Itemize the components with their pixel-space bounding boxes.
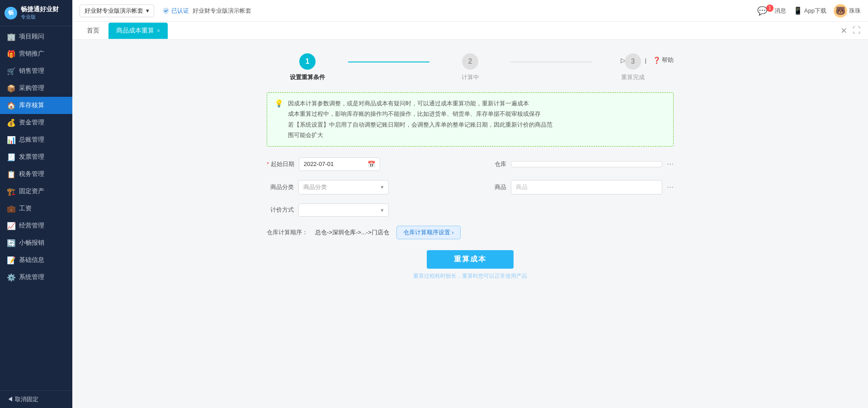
sidebar-header: 畅 畅捷通好业财 专业版 bbox=[0, 0, 72, 26]
sidebar-item-marketing[interactable]: 🎁 营销推广 bbox=[0, 45, 72, 62]
sidebar-item-label: 项目顾问 bbox=[19, 33, 44, 41]
topbar-right: 💬 1 消息 📱 App下载 🐻 珠珠 bbox=[757, 4, 861, 18]
product-input[interactable]: 商品 bbox=[511, 180, 662, 195]
step-2-label: 计算中 bbox=[462, 73, 479, 81]
sidebar-item-label: 发票管理 bbox=[19, 153, 44, 161]
sidebar-item-project[interactable]: 🏢 项目顾问 bbox=[0, 28, 72, 45]
step-line-1 bbox=[348, 62, 429, 62]
info-line-4: 围可能会扩大 bbox=[288, 130, 552, 140]
product-label: 商品 bbox=[479, 183, 506, 191]
close-window-icon[interactable]: ✕ bbox=[840, 26, 847, 36]
tab-close-icon[interactable]: × bbox=[157, 28, 160, 34]
sidebar-item-tax[interactable]: 📋 税务管理 bbox=[0, 166, 72, 183]
info-box: 💡 因成本计算参数调整，或是对商品成本有疑问时，可以通过成本重算功能，重新计算一… bbox=[267, 92, 674, 147]
pricing-select[interactable]: ▾ bbox=[298, 204, 389, 217]
avatar: 🐻 bbox=[834, 4, 847, 18]
tab-home[interactable]: 首页 bbox=[80, 23, 107, 38]
operations-icon: 📈 bbox=[7, 222, 15, 230]
form-row-2: 商品分类 商品分类 ▾ 商品 商品 ··· bbox=[267, 180, 674, 195]
sidebar-item-payroll[interactable]: 💼 工资 bbox=[0, 200, 72, 217]
category-dropdown-icon: ▾ bbox=[381, 184, 384, 190]
help-link[interactable]: ❓ 帮助 bbox=[653, 56, 674, 64]
step-1-label: 设置重算条件 bbox=[290, 73, 325, 81]
step-2: 2 计算中 bbox=[429, 53, 511, 81]
sidebar-item-label: 资金管理 bbox=[19, 119, 44, 127]
basic-icon: 📝 bbox=[7, 256, 15, 264]
product-more-icon[interactable]: ··· bbox=[667, 182, 674, 192]
sidebar-item-invoice[interactable]: 🧾 发票管理 bbox=[0, 148, 72, 166]
form-row-1: 起始日期 2022-07-01 📅 仓库 ··· bbox=[267, 157, 674, 171]
step-line-2 bbox=[511, 62, 592, 62]
form-area: 起始日期 2022-07-01 📅 仓库 ··· 商品分类 bbox=[267, 157, 674, 280]
user-avatar-button[interactable]: 🐻 珠珠 bbox=[834, 4, 861, 18]
product-field: 商品 商品 ··· bbox=[479, 180, 674, 195]
main-area: 好业财专业版演示帐套 ▾ 已认证 好业财专业版演示帐套 💬 1 消息 📱 App… bbox=[72, 0, 868, 408]
message-icon: 💬 bbox=[757, 6, 767, 16]
bulb-icon: 💡 bbox=[274, 99, 283, 141]
submit-hint: 重算过程耗时较长，重算时您可以正常使用产品 bbox=[267, 272, 674, 280]
sidebar-item-label: 经营管理 bbox=[19, 222, 44, 230]
warehouse-input[interactable] bbox=[511, 161, 662, 167]
sidebar-item-label: 小畅报销 bbox=[19, 239, 44, 247]
sidebar-item-assets[interactable]: 🏗️ 固定资产 bbox=[0, 183, 72, 200]
category-field: 商品分类 商品分类 ▾ bbox=[267, 180, 461, 195]
account-selector[interactable]: 好业财专业版演示帐套 ▾ bbox=[80, 5, 154, 17]
sidebar-item-label: 库存核算 bbox=[19, 101, 44, 109]
sidebar-item-label: 工资 bbox=[19, 204, 32, 213]
step-1: 1 设置重算条件 bbox=[267, 53, 348, 81]
pricing-dropdown-icon: ▾ bbox=[381, 207, 384, 213]
expand-window-icon[interactable]: ⛶ bbox=[853, 26, 861, 36]
app-download-button[interactable]: 📱 App下载 bbox=[793, 6, 826, 15]
sidebar-item-accounting[interactable]: 📊 总账管理 bbox=[0, 131, 72, 148]
app-name: 畅捷通好业财 bbox=[21, 5, 59, 14]
step-3-circle: 3 bbox=[625, 53, 641, 70]
sidebar-item-label: 固定资产 bbox=[19, 187, 44, 195]
recalculate-button[interactable]: 重算成本 bbox=[427, 250, 514, 269]
marketing-icon: 🎁 bbox=[7, 50, 15, 58]
sidebar-unpin-button[interactable]: ◀ 取消固定 bbox=[0, 390, 72, 408]
warehouse-label: 仓库 bbox=[479, 160, 506, 168]
stepper-container: 1 设置重算条件 2 计算中 3 bbox=[267, 53, 674, 81]
sidebar-item-purchase[interactable]: 📦 采购管理 bbox=[0, 80, 72, 97]
project-icon: 🏢 bbox=[7, 33, 15, 41]
warehouse-order-row: 仓库计算顺序： 总仓->深圳仓库->...->门店仓 仓库计算顺序设置 › bbox=[267, 226, 674, 239]
warehouse-order-settings-button[interactable]: 仓库计算顺序设置 › bbox=[396, 226, 461, 239]
sidebar-item-system[interactable]: ⚙️ 系统管理 bbox=[0, 269, 72, 286]
sidebar-item-expense[interactable]: 🔄 小畅报销 bbox=[0, 234, 72, 251]
pricing-field: 计价方式 ▾ bbox=[267, 204, 461, 217]
message-label: 消息 bbox=[774, 7, 786, 15]
step-2-circle: 2 bbox=[462, 53, 478, 70]
account-name: 好业财专业版演示帐套 bbox=[85, 7, 143, 15]
info-box-content: 因成本计算参数调整，或是对商品成本有疑问时，可以通过成本重算功能，重新计算一遍成… bbox=[288, 98, 552, 141]
warehouse-order-btn-label: 仓库计算顺序设置 › bbox=[403, 228, 454, 237]
sidebar-item-label: 营销推广 bbox=[19, 50, 44, 58]
warehouse-order-label: 仓库计算顺序： bbox=[267, 228, 308, 237]
shield-icon bbox=[162, 7, 170, 14]
tax-icon: 📋 bbox=[7, 170, 15, 178]
sidebar-item-basic[interactable]: 📝 基础信息 bbox=[0, 251, 72, 269]
message-button[interactable]: 💬 1 消息 bbox=[757, 6, 786, 16]
user-name: 珠珠 bbox=[849, 7, 861, 15]
calendar-icon: 📅 bbox=[368, 161, 375, 168]
sidebar-item-inventory[interactable]: 🏠 库存核算 bbox=[0, 97, 72, 114]
category-placeholder: 商品分类 bbox=[303, 183, 327, 191]
verified-label: 已认证 bbox=[171, 7, 189, 15]
category-select[interactable]: 商品分类 ▾ bbox=[298, 180, 389, 195]
account-display-name: 好业财专业版演示帐套 bbox=[193, 7, 251, 15]
sidebar-item-finance[interactable]: 💰 资金管理 bbox=[0, 114, 72, 131]
step-1-circle: 1 bbox=[299, 53, 316, 70]
start-date-label: 起始日期 bbox=[267, 160, 294, 168]
category-label: 商品分类 bbox=[267, 183, 294, 191]
start-date-value: 2022-07-01 bbox=[304, 161, 365, 167]
sidebar-item-sales[interactable]: 🛒 销售管理 bbox=[0, 62, 72, 80]
warehouse-more-icon[interactable]: ··· bbox=[667, 159, 674, 169]
submit-area: 重算成本 重算过程耗时较长，重算时您可以正常使用产品 bbox=[267, 250, 674, 280]
form-row-3: 计价方式 ▾ bbox=[267, 204, 674, 217]
warehouse-order-path: 总仓->深圳仓库->...->门店仓 bbox=[315, 228, 389, 237]
info-line-1: 因成本计算参数调整，或是对商品成本有疑问时，可以通过成本重算功能，重新计算一遍成… bbox=[288, 98, 552, 109]
sidebar-item-operations[interactable]: 📈 经营管理 bbox=[0, 217, 72, 234]
tab-cost-recalc[interactable]: 商品成本重算 × bbox=[108, 23, 168, 39]
start-date-input[interactable]: 2022-07-01 📅 bbox=[299, 157, 380, 171]
sidebar-item-label: 税务管理 bbox=[19, 170, 44, 178]
expense-icon: 🔄 bbox=[7, 239, 15, 247]
